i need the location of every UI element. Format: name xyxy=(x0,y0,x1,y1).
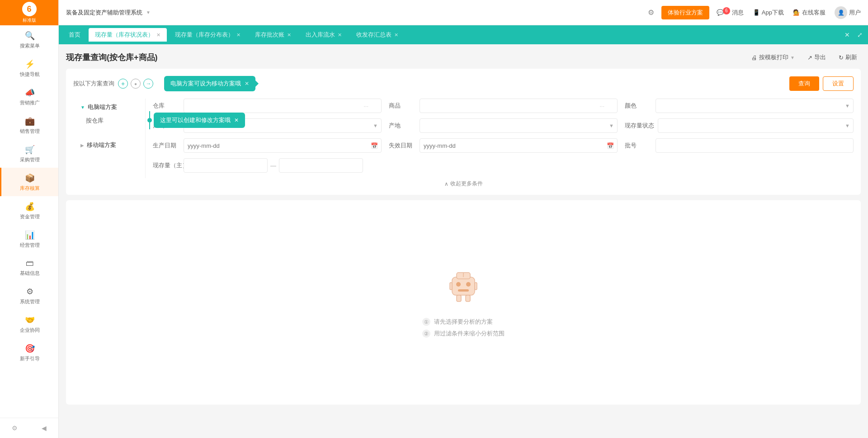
range-separator: — xyxy=(270,162,276,169)
export-btn[interactable]: ↗ 导出 xyxy=(804,52,830,63)
search-btn[interactable]: 查询 xyxy=(789,76,819,91)
filter-field-batch: 批号 xyxy=(625,138,854,153)
sidebar-item-finance[interactable]: 💰 资金管理 xyxy=(0,196,58,225)
sidebar-item-basic[interactable]: 🗃 基础信息 xyxy=(0,253,58,281)
inventory-icon: 📦 xyxy=(25,173,35,183)
filter-row-1: 仓库 ··· 商品 ··· 颜色 xyxy=(153,99,854,113)
tab-batch-ledger-close[interactable]: ✕ xyxy=(287,33,291,38)
qty-max-input[interactable] xyxy=(279,158,363,173)
scheme-tree-mobile[interactable]: ▶ 移动端方案 xyxy=(73,138,142,152)
prod-date-start-input[interactable] xyxy=(184,138,382,153)
sidebar-item-system[interactable]: ⚙ 系统管理 xyxy=(0,281,58,310)
page-actions: 🖨 按模板打印 ▼ ↗ 导出 ↻ 刷新 xyxy=(748,52,861,63)
online-service-btn[interactable]: 💁 在线客服 xyxy=(793,9,826,17)
svg-rect-9 xyxy=(466,295,470,301)
message-btn[interactable]: 💬 6 消息 xyxy=(717,9,744,17)
svg-rect-6 xyxy=(450,283,452,290)
quick-nav-icon: ⚡ xyxy=(25,59,35,69)
topbar: 装备及固定资产辅助管理系统 ▼ ⚙ 体验行业方案 💬 6 消息 📱 App下载 … xyxy=(59,0,868,25)
hint-num-1: ① xyxy=(422,318,430,326)
scheme-tree-warehouse[interactable]: 按仓库 xyxy=(73,114,142,127)
exp-date-start-input[interactable] xyxy=(420,138,618,153)
scheme-panel: ▼ 电脑端方案 按仓库 这里可以创建和修改方案哦 ✕ xyxy=(73,99,146,178)
tab-inventory-dist[interactable]: 现存量（库存分布表） ✕ xyxy=(169,28,247,42)
refresh-btn[interactable]: ↻ 刷新 xyxy=(835,52,861,63)
print-template-btn[interactable]: 🖨 按模板打印 ▼ xyxy=(748,52,798,63)
tabs-bar: 首页 现存量（库存状况表） ✕ 现存量（库存分布表） ✕ 库存批次账 ✕ 出入库… xyxy=(59,25,868,44)
sales-icon: 💼 xyxy=(25,116,35,126)
sidebar-item-guide[interactable]: 🎯 新手引导 xyxy=(0,338,58,367)
settings-gear-icon[interactable]: ⚙ xyxy=(648,8,654,17)
exp-date-label: 失效日期 xyxy=(389,141,416,150)
tab-recv-summary-close[interactable]: ✕ xyxy=(394,33,398,38)
tab-inventory-status-label: 现存量（库存状况表） xyxy=(95,31,154,39)
user-avatar-btn[interactable]: 👤 用户 xyxy=(835,6,861,19)
filter-field-color: 颜色 ▼ xyxy=(625,99,854,113)
product-select[interactable]: ··· xyxy=(420,99,618,113)
industry-solution-btn[interactable]: 体验行业方案 xyxy=(661,6,709,19)
inv-status-select[interactable] xyxy=(658,118,854,133)
sidebar-item-purchase[interactable]: 🛒 采购管理 xyxy=(0,139,58,168)
svg-point-3 xyxy=(456,282,461,287)
edit-scheme-btn[interactable]: ● xyxy=(131,79,141,89)
sidebar-item-operations[interactable]: 📊 经营管理 xyxy=(0,225,58,253)
empty-hints-list: ① 请先选择要分析的方案 ② 用过滤条件来缩小分析范围 xyxy=(422,318,505,341)
tab-home[interactable]: 首页 xyxy=(62,28,87,42)
logo-subtext: 标准版 xyxy=(23,17,36,24)
content-area: 现存量查询(按仓库+商品) 🖨 按模板打印 ▼ ↗ 导出 ↻ 刷新 xyxy=(59,44,868,438)
tab-recv-summary-label: 收发存汇总表 xyxy=(356,31,392,39)
scheme-tree-desktop[interactable]: ▼ 电脑端方案 xyxy=(73,100,142,114)
color-select[interactable] xyxy=(656,99,854,113)
qty-label: 现存量（主） xyxy=(153,161,180,170)
tab-home-label: 首页 xyxy=(69,31,80,39)
tab-in-out-flow[interactable]: 出入库流水 ✕ xyxy=(299,28,348,42)
filter-collapse: ∧ 收起更多条件 xyxy=(73,180,854,188)
tabs-maximize-btn[interactable]: ⤢ xyxy=(855,30,864,39)
collapse-btn[interactable]: ∧ 收起更多条件 xyxy=(444,180,483,188)
svg-rect-0 xyxy=(452,277,475,295)
sidebar-item-sales[interactable]: 💼 销售管理 xyxy=(0,111,58,139)
scheme-tooltip2-close[interactable]: ✕ xyxy=(234,117,239,123)
prod-date-label: 生产日期 xyxy=(153,141,180,150)
service-icon: 💁 xyxy=(793,9,800,16)
guide-icon: 🎯 xyxy=(25,344,35,353)
scheme-tooltip-wrapper: 电脑方案可设为移动方案哦 ✕ xyxy=(164,76,255,91)
inv-status-label: 现存量状态 xyxy=(625,122,654,130)
collapse-sidebar-btn[interactable]: ◀ xyxy=(40,423,48,433)
scheme-tooltip-close[interactable]: ✕ xyxy=(245,80,249,87)
avatar: 👤 xyxy=(835,6,847,19)
tab-batch-ledger[interactable]: 库存批次账 ✕ xyxy=(249,28,297,42)
tab-recv-summary[interactable]: 收发存汇总表 ✕ xyxy=(350,28,405,42)
tab-inventory-dist-close[interactable]: ✕ xyxy=(236,33,241,38)
tree-arrow-mobile: ▶ xyxy=(80,143,84,148)
warehouse-label: 仓库 xyxy=(153,102,180,110)
sidebar-item-search[interactable]: 🔍 搜索菜单 xyxy=(0,25,58,54)
sidebar-bottom: ⚙ ◀ xyxy=(0,418,58,438)
sidebar-nav: 🔍 搜索菜单 ⚡ 快捷导航 📣 营销推广 💼 销售管理 🛒 采购管理 📦 库存核… xyxy=(0,25,58,418)
batch-input[interactable] xyxy=(656,138,854,153)
color-label: 颜色 xyxy=(625,102,652,110)
filter-row-4: 现存量（主） — xyxy=(153,158,854,173)
settings-bottom-btn[interactable]: ⚙ xyxy=(10,423,19,433)
reset-btn[interactable]: 设置 xyxy=(823,76,854,91)
tab-inventory-status[interactable]: 现存量（库存状况表） ✕ xyxy=(89,28,167,42)
qty-min-input[interactable] xyxy=(184,158,268,173)
origin-select[interactable] xyxy=(420,118,618,133)
tabs-right-btns: ✕ ⤢ xyxy=(843,30,864,39)
system-dropdown-arrow[interactable]: ▼ xyxy=(146,10,151,15)
user-label: 用户 xyxy=(849,9,861,17)
add-scheme-btn[interactable]: + xyxy=(118,79,128,89)
sidebar-item-marketing[interactable]: 📣 营销推广 xyxy=(0,82,58,111)
app-download-btn[interactable]: 📱 App下载 xyxy=(753,9,784,17)
sidebar-item-quick-nav[interactable]: ⚡ 快捷导航 xyxy=(0,54,58,82)
tab-inventory-status-close[interactable]: ✕ xyxy=(156,33,160,38)
hint-num-2: ② xyxy=(422,330,430,338)
sidebar-item-enterprise[interactable]: 🤝 企业协同 xyxy=(0,310,58,338)
import-scheme-btn[interactable]: ← xyxy=(143,79,153,89)
tabs-close-all-btn[interactable]: ✕ xyxy=(843,30,852,39)
tab-batch-ledger-label: 库存批次账 xyxy=(255,31,284,39)
finance-icon: 💰 xyxy=(25,202,35,212)
tab-in-out-flow-close[interactable]: ✕ xyxy=(338,33,342,38)
sidebar-item-inventory[interactable]: 📦 库存核算 xyxy=(0,168,58,196)
message-label: 消息 xyxy=(732,9,744,17)
